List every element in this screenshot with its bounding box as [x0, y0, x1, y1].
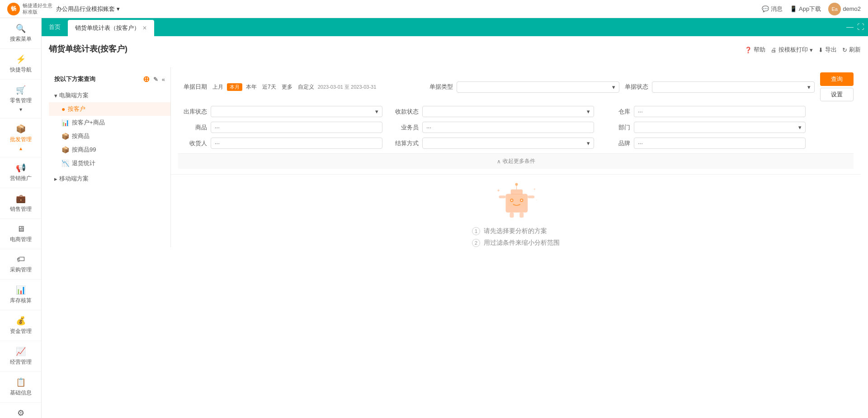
print-button[interactable]: 🖨 按模板打印 ▾ [771, 46, 813, 54]
sidebar-item-quick-nav[interactable]: ⚡ 快捷导航 [0, 49, 41, 80]
date-last-month[interactable]: 上月 [211, 83, 225, 91]
sidebar-item-purchase[interactable]: 🏷 采购管理 [0, 249, 41, 280]
scheme-item-by-customer-product[interactable]: 📊 按客户+商品 [49, 116, 170, 129]
payment-select[interactable]: ▾ [422, 138, 594, 149]
collect-status-chevron: ▾ [587, 108, 590, 115]
sidebar-item-ecommerce[interactable]: 🖥 电商管理 [0, 219, 41, 249]
brand-placeholder: ··· [638, 140, 643, 147]
collect-status-label: 收款状态 [390, 108, 422, 116]
date-last-7-days[interactable]: 近7天 [260, 83, 278, 91]
edit-scheme-button[interactable]: ✎ [153, 76, 158, 83]
tab-maximize-button[interactable]: ⛶ [857, 23, 864, 31]
sidebar: 🔍 搜索菜单 ⚡ 快捷导航 🛒 零售管理 ▾ 📦 批发管理 ▴ 📢 营销推广 [0, 18, 42, 418]
date-this-year[interactable]: 本年 [244, 83, 259, 91]
brand-label: 品牌 [601, 139, 634, 147]
collect-status-select[interactable]: ▾ [422, 106, 594, 117]
sidebar-label-sales: 销售管理 [10, 205, 32, 213]
svg-point-8 [515, 183, 518, 186]
brand-select[interactable]: ··· [634, 138, 806, 149]
product-icon: 📦 [61, 133, 69, 140]
sidebar-item-basics[interactable]: 📋 基础信息 [0, 372, 41, 403]
doc-type-select[interactable]: ▾ [457, 81, 619, 93]
top-bar: 畅 畅捷通好生意 标准版 办公用品行业模拟账套 ▾ 💬 消息 📱 App下载 [0, 0, 868, 18]
payment-chevron: ▾ [587, 140, 590, 147]
user-profile[interactable]: Ea demo2 [828, 3, 861, 15]
right-panel: 单据日期 上月 本月 本年 近7天 更多 自定义 2023-03-01 至 20… [171, 67, 861, 247]
svg-text:•: • [536, 199, 537, 201]
system-title[interactable]: 办公用品行业模拟账套 ▾ [56, 5, 120, 13]
product-select[interactable]: ··· [211, 122, 382, 133]
scheme-group-arrow-down: ▾ [54, 92, 57, 99]
sidebar-item-inventory[interactable]: 📊 库存核算 [0, 280, 41, 310]
add-scheme-button[interactable]: ⊕ [143, 74, 150, 84]
date-more[interactable]: 更多 [280, 83, 294, 91]
print-dropdown-icon: ▾ [810, 47, 813, 53]
retail-icon: 🛒 [16, 85, 26, 95]
tab-home-label: 首页 [49, 23, 61, 31]
scheme-item-return-stats[interactable]: 📉 退货统计 [49, 157, 170, 170]
scheme-group-mobile-title[interactable]: ▸ 移动端方案 [49, 172, 170, 185]
tab-minimize-button[interactable]: — [846, 23, 854, 31]
logo-icon: 畅 [7, 3, 20, 15]
refresh-button[interactable]: ↻ 刷新 [842, 46, 861, 54]
filter-row-3: 商品 ··· 业务员 ··· 部门 [178, 122, 854, 133]
date-this-month[interactable]: 本月 [227, 83, 242, 91]
svg-text:✦: ✦ [533, 187, 536, 191]
sidebar-item-sales[interactable]: 💼 销售管理 [0, 188, 41, 219]
svg-rect-11 [510, 213, 514, 218]
download-icon: 📱 [790, 5, 797, 12]
avatar: Ea [828, 3, 841, 15]
sidebar-item-wholesale[interactable]: 📦 批发管理 ▴ [0, 119, 41, 157]
app-download-button[interactable]: 📱 App下载 [790, 5, 821, 13]
logo-text: 畅捷通好生意 标准版 [23, 3, 52, 14]
export-button[interactable]: ⬇ 导出 [818, 46, 837, 54]
scheme-item-by-product-99[interactable]: 📦 按商品99 [49, 143, 170, 157]
collapse-label: 收起更多条件 [503, 157, 535, 165]
retail-arrow-icon: ▾ [19, 106, 22, 113]
tab-sales-report[interactable]: 销货单统计表（按客户） ✕ [68, 20, 154, 36]
warehouse-select[interactable]: ··· [634, 106, 806, 117]
svg-rect-6 [511, 190, 523, 195]
scheme-panel: 按以下方案查询 ⊕ ✎ « ▾ 电脑端方案 [49, 67, 171, 247]
staff-placeholder: ··· [426, 124, 431, 131]
query-button[interactable]: 查询 [820, 72, 854, 86]
tab-sales-report-label: 销货单统计表（按客户） [75, 24, 140, 32]
sidebar-item-system[interactable]: ⚙ 系统管理 [0, 403, 41, 418]
sidebar-item-search[interactable]: 🔍 搜索菜单 [0, 18, 41, 49]
sidebar-item-finance[interactable]: 💰 资金管理 [0, 310, 41, 341]
staff-select[interactable]: ··· [422, 122, 594, 133]
sidebar-item-operation[interactable]: 📈 经营管理 [0, 341, 41, 372]
setting-button[interactable]: 设置 [820, 88, 854, 101]
out-status-select[interactable]: ▾ [211, 106, 382, 117]
tip-text-2: 用过滤条件来缩小分析范围 [484, 239, 560, 247]
doc-status-chevron: ▾ [807, 84, 811, 90]
inventory-icon: 📊 [16, 285, 26, 295]
dept-select[interactable]: ▾ [634, 122, 806, 133]
svg-rect-10 [528, 195, 534, 198]
scheme-item-by-product-label: 按商品 [72, 132, 90, 140]
tab-close-icon[interactable]: ✕ [142, 25, 147, 31]
split-panel: 按以下方案查询 ⊕ ✎ « ▾ 电脑端方案 [49, 67, 861, 247]
scheme-item-by-customer[interactable]: ● 按客户 [49, 102, 170, 116]
date-custom[interactable]: 自定义 [296, 83, 316, 91]
collapse-up-icon: ∧ [497, 158, 501, 165]
svg-text:✦: ✦ [496, 188, 500, 193]
filter-row-1: 单据日期 上月 本月 本年 近7天 更多 自定义 2023-03-01 至 20… [178, 72, 854, 101]
tab-home[interactable]: 首页 [42, 18, 68, 36]
sidebar-item-marketing[interactable]: 📢 营销推广 [0, 157, 41, 188]
top-bar-right: 💬 消息 📱 App下载 Ea demo2 [762, 3, 861, 15]
search-icon: 🔍 [16, 24, 26, 33]
sidebar-item-retail[interactable]: 🛒 零售管理 ▾ [0, 80, 41, 119]
help-button[interactable]: ❓ 帮助 [745, 46, 765, 54]
receiver-select[interactable]: ··· [211, 138, 382, 149]
tab-content-area: 首页 销货单统计表（按客户） ✕ — ⛶ 销货单统计表(按客户) [42, 18, 868, 418]
scheme-item-by-product[interactable]: 📦 按商品 [49, 129, 170, 143]
scheme-group-desktop-title[interactable]: ▾ 电脑端方案 [49, 89, 170, 102]
svg-rect-9 [499, 195, 506, 198]
doc-status-select[interactable]: ▾ [652, 81, 815, 93]
marketing-icon: 📢 [16, 163, 26, 173]
filter-section: 单据日期 上月 本月 本年 近7天 更多 自定义 2023-03-01 至 20… [171, 67, 861, 175]
message-button[interactable]: 💬 消息 [762, 5, 783, 13]
collapse-bar[interactable]: ∧ 收起更多条件 [178, 153, 854, 169]
collapse-scheme-button[interactable]: « [162, 76, 165, 83]
